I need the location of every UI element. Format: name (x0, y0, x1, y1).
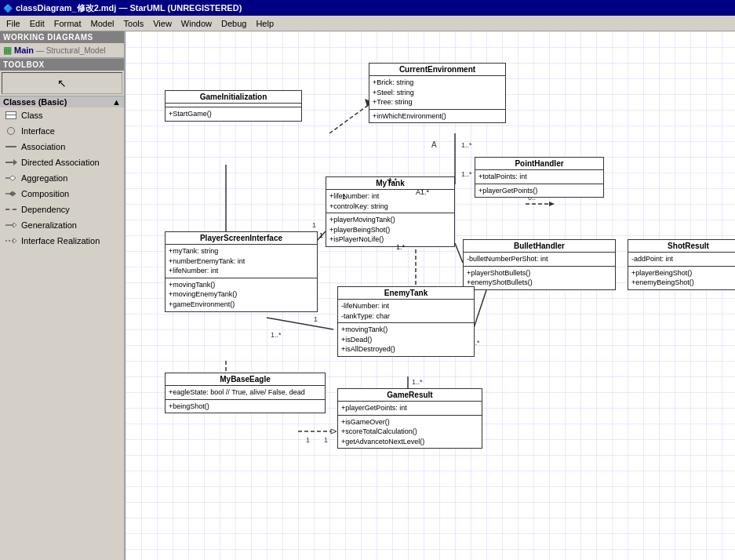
multiplicity-1a: 1 (342, 193, 346, 201)
tool-interface-label: Interface (21, 126, 55, 136)
svg-text:1..*: 1..* (271, 331, 282, 339)
left-panel: WORKING DIAGRAMS ▦ Main — Structural_Mod… (0, 31, 126, 560)
menu-format[interactable]: Format (49, 18, 86, 29)
aggregation-icon-svg (5, 174, 16, 182)
class-gameresult-title: GameResult (338, 389, 482, 402)
tool-generalization-label: Generalization (21, 220, 77, 230)
menu-model[interactable]: Model (86, 18, 119, 29)
cursor-tool[interactable]: ↖ (2, 72, 122, 94)
tool-dependency[interactable]: Dependency (0, 202, 124, 217)
tool-composition[interactable]: Composition (0, 186, 124, 202)
tool-association-label: Association (21, 142, 65, 151)
class-bullethandler-methods: +playerShotBullets()+enemyShotBullets() (464, 267, 615, 289)
association-tool-icon (5, 140, 17, 153)
class-shotresult-methods: +playerBeingShot()+enemyBeingShot() (628, 267, 735, 289)
diagram-sub-label: — Structural_Model (36, 46, 105, 55)
interface-tool-icon (5, 125, 17, 137)
svg-text:1..*: 1..* (461, 170, 472, 178)
title-icon: 🔷 (3, 4, 13, 13)
class-currentenvironment[interactable]: CurrentEnvironment +Brick: string+Steel:… (369, 63, 506, 123)
svg-marker-38 (331, 429, 337, 434)
toolbox-panel: TOOLBOX ↖ Classes (Basic) ▲ Class I (0, 59, 124, 560)
cursor-icon: ↖ (57, 77, 67, 89)
class-mybaseeagle[interactable]: MyBaseEagle +eagleState: bool // True, a… (165, 373, 326, 413)
diagram-item-main[interactable]: ▦ Main — Structural_Model (0, 43, 124, 57)
class-pointhandler[interactable]: PointHandler +totalPoints: int +playerGe… (475, 157, 604, 198)
svg-text:1..*: 1..* (412, 378, 423, 386)
class-gameinitialization[interactable]: GameInitialization +StartGame() (165, 90, 302, 122)
class-gameresult[interactable]: GameResult +playerGetPoints: int +isGame… (337, 388, 482, 449)
class-gameinitialization-title: GameInitialization (166, 91, 301, 104)
class-mybaseeagle-title: MyBaseEagle (166, 373, 325, 386)
class-mybaseeagle-attrs: +eagleState: bool // True, alive/ False,… (166, 386, 325, 400)
class-bullethandler-attrs: -bulletNumberPerShot: int (464, 253, 615, 267)
class-shotresult-title: ShotResult (628, 240, 735, 253)
svg-marker-16 (549, 202, 555, 206)
tool-generalization[interactable]: Generalization (0, 217, 124, 233)
class-enemytank[interactable]: EnemyTank -lifeNumber: int-tankType: cha… (337, 286, 475, 357)
class-pointhandler-title: PointHandler (475, 158, 603, 170)
class-playerscreeninterface-title: PlayerScreenInterface (166, 232, 317, 245)
tool-dependency-label: Dependency (21, 205, 70, 214)
tool-directed-association[interactable]: Directed Association (0, 155, 124, 170)
class-currentenvironment-methods: +inWhichEnvironment() (369, 110, 505, 123)
class-mytank[interactable]: MyTank +lifeNumber: int+controlKey: stri… (326, 176, 455, 247)
svg-marker-7 (13, 238, 16, 243)
svg-line-20 (267, 318, 333, 329)
class-enemytank-methods: +movingTank()+isDead()+isAllDestroyed() (338, 323, 474, 356)
class-gameinitialization-methods: +StartGame() (166, 107, 301, 121)
class-enemytank-attrs: -lifeNumber: int-tankType: char (338, 300, 474, 323)
class-tool-icon (5, 109, 17, 122)
svg-text:1: 1 (312, 221, 316, 229)
menu-view[interactable]: View (148, 18, 176, 29)
class-playerscreeninterface-attrs: +myTank: string+numberEnemyTank: int+lif… (166, 245, 317, 278)
class-pointhandler-methods: +playerGetPoints() (475, 184, 603, 198)
svg-text:1..*: 1..* (461, 141, 472, 149)
menu-debug[interactable]: Debug (216, 18, 251, 29)
class-shotresult[interactable]: ShotResult -addPoint: int +playerBeingSh… (628, 239, 735, 290)
class-mybaseeagle-methods: +beingShot() (166, 400, 325, 413)
working-diagrams-header: WORKING DIAGRAMS (0, 31, 124, 43)
tool-interface-realization[interactable]: Interface Realization (0, 233, 124, 249)
interface-realization-icon-svg (5, 237, 16, 245)
multiplicity-1b: 1 (319, 231, 323, 239)
tool-class[interactable]: Class (0, 107, 124, 123)
class-pointhandler-attrs: +totalPoints: int (475, 170, 603, 184)
menu-help[interactable]: Help (251, 18, 278, 29)
titlebar: 🔷 classDiagram_修改2.mdj — StarUML (UNREGI… (0, 0, 735, 16)
class-playerscreeninterface[interactable]: PlayerScreenInterface +myTank: string+nu… (165, 231, 318, 312)
menu-tools[interactable]: Tools (119, 18, 149, 29)
diagram-main-label: Main (14, 45, 34, 55)
tool-class-label: Class (21, 111, 43, 120)
svg-text:A: A (431, 140, 437, 149)
menu-edit[interactable]: Edit (25, 18, 49, 29)
class-shotresult-attrs: -addPoint: int (628, 253, 735, 267)
menu-file[interactable]: File (2, 18, 25, 29)
tool-association[interactable]: Association (0, 139, 124, 155)
class-playerscreeninterface-methods: +movingTank()+movingEnemyTank()+gameEnvi… (166, 278, 317, 311)
class-mytank-methods: +playerMovingTank()+playerBeingShot()+is… (326, 213, 454, 246)
class-gameresult-methods: +isGameOver()+scoreTotalCalculation()+ge… (338, 416, 482, 449)
tool-interface[interactable]: Interface (0, 123, 124, 139)
multiplicity-1d: 1.* (388, 176, 397, 184)
tool-directed-association-label: Directed Association (21, 158, 100, 167)
section-toggle-icon: ▲ (112, 97, 121, 107)
directed-association-tool-icon (5, 156, 17, 169)
multiplicity-a1: A1.* (416, 188, 429, 196)
class-bullethandler[interactable]: BulletHandler -bulletNumberPerShot: int … (463, 239, 616, 290)
section-label: Classes (Basic) (3, 97, 67, 107)
tool-aggregation[interactable]: Aggregation (0, 170, 124, 186)
class-enemytank-title: EnemyTank (338, 287, 474, 300)
menubar: File Edit Format Model Tools View Window… (0, 16, 735, 31)
class-currentenvironment-attrs: +Brick: string+Steel: string+Tree: strin… (369, 76, 505, 110)
main-layout: WORKING DIAGRAMS ▦ Main — Structural_Mod… (0, 31, 735, 560)
dependency-tool-icon (5, 203, 17, 216)
svg-text:1: 1 (306, 436, 310, 444)
tool-aggregation-label: Aggregation (21, 173, 67, 183)
menu-window[interactable]: Window (176, 18, 216, 29)
class-gameresult-attrs: +playerGetPoints: int (338, 402, 482, 416)
toolbox-section-classes[interactable]: Classes (Basic) ▲ (0, 96, 124, 107)
svg-line-23 (455, 243, 463, 263)
svg-text:1: 1 (324, 436, 328, 444)
diagram-canvas[interactable]: 1..* 1..* A 0..* 1 1..* 1 1..* 1.. (126, 31, 735, 560)
